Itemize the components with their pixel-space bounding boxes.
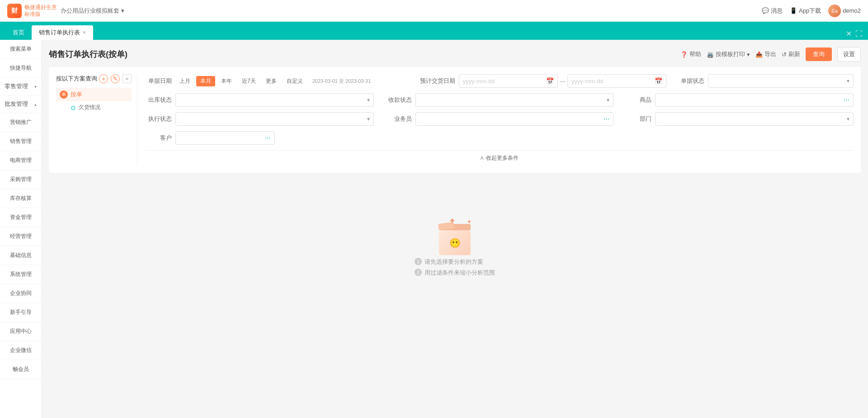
chevron-down-icon: ▾ <box>34 84 37 89</box>
single-date-label: 单据日期 <box>145 77 172 85</box>
date-range-text: 2023-03-01 至 2023-03-31 <box>312 78 371 85</box>
delivery-date-end[interactable]: yyyy-mm-dd 📅 <box>567 74 666 88</box>
sidebar-item-finance[interactable]: 资金管理 <box>0 208 41 227</box>
delivery-status-select[interactable]: ▾ <box>175 93 374 107</box>
delivery-status-group: 出库状态 ▾ <box>145 93 374 107</box>
execution-status-group: 执行状态 ▾ <box>145 112 374 126</box>
chevron-down-icon: ▾ <box>367 116 370 122</box>
estimated-delivery-label: 预计交货日期 <box>420 77 455 85</box>
layout: 搜索菜单 快捷导航 零售管理 ▾ 批发管理 ▴ 营销推广 销售管理 电商管理 采… <box>0 40 868 418</box>
sidebar-item-member[interactable]: 畅会员 <box>0 360 41 379</box>
sidebar-item-enterprise[interactable]: 企业协同 <box>0 284 41 303</box>
collection-status-label: 收款状态 <box>385 96 412 104</box>
logo-text: 畅捷通好生意 标准版 <box>24 4 57 17</box>
goods-select[interactable]: ··· <box>655 93 854 107</box>
sidebar-item-wechat[interactable]: 企业微信 <box>0 341 41 360</box>
department-group: 部门 ▾ <box>624 112 854 126</box>
settings-button[interactable]: 设置 <box>837 47 861 62</box>
execution-status-select[interactable]: ▾ <box>175 112 374 126</box>
app-icon: 📱 <box>790 7 797 14</box>
window-expand-button[interactable]: ⛶ <box>855 30 863 38</box>
delivery-date-start[interactable]: yyyy-mm-dd 📅 <box>459 74 558 88</box>
department-select[interactable]: ▾ <box>655 112 854 126</box>
sidebar-item-marketing[interactable]: 营销推广 <box>0 113 41 132</box>
avatar: Ea <box>828 5 841 17</box>
filter-row-4: 客户 ··· <box>145 131 854 145</box>
sidebar-item-inventory[interactable]: 库存核算 <box>0 189 41 208</box>
custom-btn[interactable]: 自定义 <box>283 76 307 86</box>
sidebar-item-ecommerce[interactable]: 电商管理 <box>0 151 41 170</box>
refresh-button[interactable]: ↺ 刷新 <box>782 50 800 58</box>
help-button[interactable]: ❓ 帮助 <box>680 50 701 58</box>
refresh-icon: ↺ <box>782 51 787 58</box>
step-number-2: 2 <box>415 269 422 276</box>
sidebar-item-wholesale[interactable]: 批发管理 ▴ <box>0 95 41 113</box>
single-date-group: 单据日期 上月 本月 本年 近7天 更多 自定义 2023-03-01 至 20… <box>145 76 409 86</box>
collection-status-select[interactable]: ▾ <box>415 93 614 107</box>
goods-more-icon[interactable]: ··· <box>844 96 849 104</box>
messages-button[interactable]: 💬 消息 <box>762 7 783 15</box>
this-year-btn[interactable]: 本年 <box>217 76 236 86</box>
sidebar-item-operations[interactable]: 经营管理 <box>0 227 41 246</box>
sidebar-item-retail[interactable]: 零售管理 ▾ <box>0 78 41 95</box>
chevron-down-icon: ▾ <box>367 97 370 103</box>
scheme-add-button[interactable]: + <box>99 74 108 83</box>
delivery-status-label: 出库状态 <box>145 96 172 104</box>
last-7-days-btn[interactable]: 近7天 <box>238 76 260 86</box>
top-bar-right: 💬 消息 📱 App下载 Ea demo2 <box>762 5 861 17</box>
scheme-collapse-button[interactable]: « <box>123 74 132 83</box>
sidebar-item-purchase[interactable]: 采购管理 <box>0 170 41 189</box>
tab-sales-order[interactable]: 销售订单执行表 × <box>32 25 93 40</box>
last-month-btn[interactable]: 上月 <box>175 76 194 86</box>
filter-form: 单据日期 上月 本月 本年 近7天 更多 自定义 2023-03-01 至 20… <box>137 74 854 166</box>
this-month-btn[interactable]: 本月 <box>196 76 215 86</box>
export-icon: 📤 <box>755 51 763 58</box>
calendar-icon: 📅 <box>546 77 554 85</box>
estimated-delivery-group: 预计交货日期 yyyy-mm-dd 📅 — yyyy-mm-dd 📅 <box>420 74 667 88</box>
query-button[interactable]: 查询 <box>806 48 832 61</box>
sidebar: 搜索菜单 快捷导航 零售管理 ▾ 批发管理 ▴ 营销推广 销售管理 电商管理 采… <box>0 40 42 418</box>
sidebar-item-guide[interactable]: 新手引导 <box>0 303 41 322</box>
chevron-down-icon: ▾ <box>747 51 750 58</box>
chevron-down-icon: ▾ <box>607 97 609 103</box>
salesperson-select[interactable]: ··· <box>415 112 614 126</box>
scheme-sub-item-debt[interactable]: ⊙ 欠货情况 <box>56 101 132 114</box>
tab-home[interactable]: 首页 <box>5 25 32 40</box>
salesperson-label: 业务员 <box>385 115 412 123</box>
more-btn[interactable]: 更多 <box>262 76 281 86</box>
logo-area: 财 畅捷通好生意 标准版 <box>7 4 57 18</box>
window-close-button[interactable]: ✕ <box>846 29 852 38</box>
scheme-item-single[interactable]: 单 按单 <box>56 88 132 101</box>
empty-step-2: 2 用过滤条件来缩小分析范围 <box>415 269 495 277</box>
filter-panel: 按以下方案查询 + ✎ « 单 按单 ⊙ 欠货情况 <box>49 67 861 173</box>
salesperson-more-icon[interactable]: ··· <box>604 115 609 123</box>
customer-select[interactable]: ··· <box>175 131 275 145</box>
app-download-button[interactable]: 📱 App下载 <box>790 7 821 15</box>
industry-selector[interactable]: 办公用品行业模拟账套 ▾ <box>61 7 124 15</box>
scheme-edit-button[interactable]: ✎ <box>111 74 120 83</box>
export-button[interactable]: 📤 导出 <box>755 50 776 58</box>
tab-close-icon[interactable]: × <box>83 29 86 36</box>
scheme-sub-icon: ⊙ <box>71 104 76 111</box>
print-template-button[interactable]: 🖨️ 按模板打印 ▾ <box>707 50 750 58</box>
user-menu[interactable]: Ea demo2 <box>828 5 861 17</box>
sidebar-item-basic-info[interactable]: 基础信息 <box>0 246 41 265</box>
collapse-bar[interactable]: ∧ 收起更多条件 <box>145 150 854 166</box>
empty-steps: 1 请先选择要分析的方案 2 用过滤条件来缩小分析范围 <box>415 258 495 280</box>
page-title: 销售订单执行表(按单) <box>49 49 127 60</box>
sidebar-quick-nav[interactable]: 快捷导航 <box>0 59 41 78</box>
sidebar-item-system[interactable]: 系统管理 <box>0 265 41 284</box>
sidebar-item-sales[interactable]: 销售管理 <box>0 132 41 151</box>
single-status-select[interactable]: ▾ <box>708 74 854 88</box>
chevron-up-icon: ▴ <box>34 102 37 107</box>
empty-step-1: 1 请先选择要分析的方案 <box>415 258 495 266</box>
scheme-item-icon: 单 <box>60 90 68 99</box>
customer-more-icon[interactable]: ··· <box>265 134 271 142</box>
date-range-input: yyyy-mm-dd 📅 — yyyy-mm-dd 📅 <box>459 74 667 88</box>
collection-status-group: 收款状态 ▾ <box>385 93 614 107</box>
sidebar-search-menu[interactable]: 搜索菜单 <box>0 40 41 59</box>
nav-tabs: 首页 销售订单执行表 × ✕ ⛶ <box>0 22 868 40</box>
help-icon: ❓ <box>680 51 688 58</box>
customer-label: 客户 <box>145 134 172 142</box>
sidebar-item-apps[interactable]: 应用中心 <box>0 322 41 341</box>
